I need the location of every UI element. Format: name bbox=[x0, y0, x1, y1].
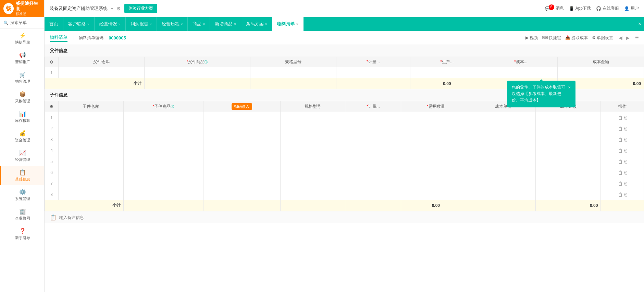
tab-bom[interactable]: 物料清单 × bbox=[272, 17, 304, 31]
child-row-3-unit-price[interactable] bbox=[471, 134, 536, 145]
delete-icon-2[interactable]: 🗑 bbox=[618, 126, 623, 131]
nav-close-icon[interactable]: × bbox=[635, 21, 644, 27]
child-row-6-spec[interactable] bbox=[280, 167, 345, 178]
child-row-1-warehouse[interactable] bbox=[59, 112, 124, 123]
copy-icon-7[interactable]: ⎘ bbox=[624, 181, 627, 186]
tab-bom-close[interactable]: × bbox=[296, 22, 298, 26]
note-input[interactable] bbox=[59, 215, 639, 220]
tab-profit-close[interactable]: × bbox=[150, 22, 152, 26]
parent-row-1-warehouse[interactable] bbox=[59, 67, 145, 78]
child-row-1-product[interactable] bbox=[123, 112, 203, 123]
tab-customer-close[interactable]: × bbox=[87, 22, 89, 26]
tab-new-product[interactable]: 新增商品 × bbox=[210, 17, 241, 31]
tab-new-product-close[interactable]: × bbox=[234, 22, 236, 26]
child-row-7-warehouse[interactable] bbox=[59, 178, 124, 189]
child-row-4-unit-price[interactable] bbox=[471, 145, 536, 156]
copy-icon-8[interactable]: ⎘ bbox=[624, 192, 627, 197]
child-row-8-spec[interactable] bbox=[280, 189, 345, 200]
tab-history-close[interactable]: × bbox=[181, 22, 183, 26]
tab-customer[interactable]: 客户联络 × bbox=[63, 17, 95, 31]
child-row-4-product[interactable] bbox=[123, 145, 203, 156]
child-row-6-quantity[interactable] bbox=[401, 167, 471, 178]
search-menu[interactable]: 🔍 搜索菜单 bbox=[0, 17, 44, 29]
child-row-8-product[interactable] bbox=[123, 189, 203, 200]
child-row-5-warehouse[interactable] bbox=[59, 156, 124, 167]
delete-icon-4[interactable]: 🗑 bbox=[618, 148, 623, 153]
child-row-8-warehouse[interactable] bbox=[59, 189, 124, 200]
child-row-5-quantity[interactable] bbox=[401, 156, 471, 167]
extract-cost-action[interactable]: 📥 提取成本 bbox=[565, 35, 588, 41]
dropdown-arrow-icon[interactable]: ▾ bbox=[111, 6, 113, 11]
child-row-2-unit[interactable] bbox=[345, 123, 401, 134]
child-row-8-unit-price[interactable] bbox=[471, 189, 536, 200]
list-view-icon[interactable]: ☰ bbox=[635, 35, 639, 40]
delete-icon-8[interactable]: 🗑 bbox=[618, 192, 623, 197]
child-row-5-unit-price[interactable] bbox=[471, 156, 536, 167]
sidebar-item-enterprise[interactable]: 🏢 企业协同 bbox=[0, 205, 44, 224]
child-row-4-unit[interactable] bbox=[345, 145, 401, 156]
tab-product-close[interactable]: × bbox=[203, 22, 205, 26]
child-row-3-product[interactable] bbox=[123, 134, 203, 145]
child-row-2-quantity[interactable] bbox=[401, 123, 471, 134]
delete-icon-5[interactable]: 🗑 bbox=[618, 159, 623, 164]
child-row-5-spec[interactable] bbox=[280, 156, 345, 167]
copy-icon-6[interactable]: ⎘ bbox=[624, 170, 627, 175]
child-row-7-quantity[interactable] bbox=[401, 178, 471, 189]
child-row-1-unit-price[interactable] bbox=[471, 112, 536, 123]
delete-icon-3[interactable]: 🗑 bbox=[618, 137, 623, 142]
sidebar-item-purchase[interactable]: 📦 采购管理 bbox=[0, 87, 44, 107]
settings-icon[interactable]: ⚙ bbox=[116, 6, 121, 11]
child-row-5-product[interactable] bbox=[123, 156, 203, 167]
copy-icon-3[interactable]: ⎘ bbox=[624, 137, 627, 142]
prev-arrow[interactable]: ◀ bbox=[617, 34, 624, 41]
copy-icon-5[interactable]: ⎘ bbox=[624, 159, 627, 164]
child-row-3-unit[interactable] bbox=[345, 134, 401, 145]
child-row-7-product[interactable] bbox=[123, 178, 203, 189]
tab-business-close[interactable]: × bbox=[119, 22, 121, 26]
sidebar-item-inventory[interactable]: 📊 库存核算 bbox=[0, 107, 44, 127]
sidebar-item-guide[interactable]: ❓ 新手引导 bbox=[0, 224, 44, 244]
message-action[interactable]: 💬 6 消息 bbox=[545, 5, 564, 11]
delete-icon-1[interactable]: 🗑 bbox=[618, 115, 623, 120]
child-row-6-unit[interactable] bbox=[345, 167, 401, 178]
tab-barcode[interactable]: 条码方案 × bbox=[241, 17, 272, 31]
copy-icon-1[interactable]: ⎘ bbox=[624, 115, 627, 120]
child-row-3-quantity[interactable] bbox=[401, 134, 471, 145]
single-settings-action[interactable]: ⚙ 单据设置 bbox=[592, 35, 613, 41]
child-row-6-product[interactable] bbox=[123, 167, 203, 178]
user-action[interactable]: 👤 用户 bbox=[624, 5, 639, 11]
sidebar-item-marketing[interactable]: 📢 营销推广 bbox=[0, 48, 44, 68]
sidebar-item-system[interactable]: ⚙️ 系统管理 bbox=[0, 185, 44, 205]
child-row-2-product[interactable] bbox=[123, 123, 203, 134]
tab-product[interactable]: 商品 × bbox=[188, 17, 210, 31]
parent-row-1-spec[interactable] bbox=[250, 67, 336, 78]
scan-button[interactable]: 扫码录入 bbox=[232, 103, 252, 110]
child-row-7-unit-price[interactable] bbox=[471, 178, 536, 189]
gear-icon[interactable]: ⚙ bbox=[50, 60, 53, 65]
page-tab-bom[interactable]: 物料清单 bbox=[50, 34, 67, 42]
child-row-8-quantity[interactable] bbox=[401, 189, 471, 200]
next-arrow[interactable]: ▶ bbox=[624, 34, 631, 41]
child-row-2-unit-price[interactable] bbox=[471, 123, 536, 134]
sidebar-item-sales[interactable]: 🛒 销售管理 bbox=[0, 68, 44, 87]
child-row-7-unit[interactable] bbox=[345, 178, 401, 189]
copy-icon-2[interactable]: ⎘ bbox=[624, 126, 627, 131]
child-row-2-warehouse[interactable] bbox=[59, 123, 124, 134]
child-row-6-warehouse[interactable] bbox=[59, 167, 124, 178]
sidebar-item-finance[interactable]: 💰 资金管理 bbox=[0, 127, 44, 146]
child-row-8-unit[interactable] bbox=[345, 189, 401, 200]
parent-row-1-unit[interactable] bbox=[336, 67, 410, 78]
parent-row-1-cost[interactable] bbox=[484, 67, 558, 78]
sidebar-item-basic-info[interactable]: 📋 基础信息 bbox=[0, 166, 44, 185]
parent-row-1-product[interactable] bbox=[145, 67, 250, 78]
child-row-2-spec[interactable] bbox=[280, 123, 345, 134]
child-row-1-spec[interactable] bbox=[280, 112, 345, 123]
delete-icon-7[interactable]: 🗑 bbox=[618, 181, 623, 186]
child-row-1-unit[interactable] bbox=[345, 112, 401, 123]
copy-icon-4[interactable]: ⎘ bbox=[624, 148, 627, 153]
gear2-icon[interactable]: ⚙ bbox=[50, 104, 53, 109]
tab-business[interactable]: 经营情况 × bbox=[95, 17, 126, 31]
tooltip-close-btn[interactable]: × bbox=[568, 84, 571, 91]
online-service-action[interactable]: 🎧 在线客服 bbox=[596, 5, 619, 11]
experience-btn[interactable]: 体验行业方案 bbox=[124, 4, 157, 13]
